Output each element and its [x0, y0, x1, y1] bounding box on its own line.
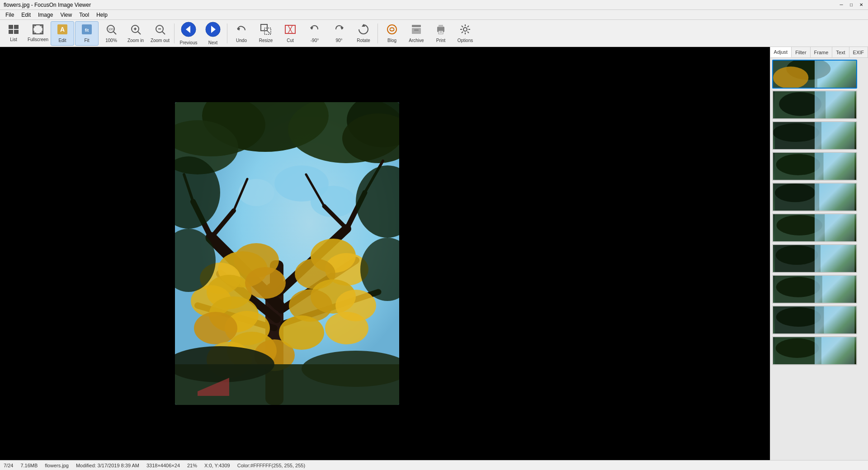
tab-text[interactable]: Text — [832, 47, 849, 57]
thumb-image-2 — [773, 91, 856, 118]
image-canvas — [174, 47, 400, 460]
tab-filter[interactable]: Filter — [792, 47, 810, 57]
thumbnail-2[interactable] — [772, 90, 857, 119]
tab-adjust[interactable]: Adjust — [770, 47, 792, 57]
svg-point-123 — [776, 154, 820, 175]
next-label: Next — [208, 40, 218, 45]
archive-icon — [410, 24, 422, 37]
thumb-image-9 — [773, 306, 856, 334]
svg-point-131 — [776, 215, 822, 235]
svg-point-44 — [463, 28, 467, 31]
svg-point-115 — [779, 92, 821, 116]
menu-file[interactable]: File — [2, 11, 18, 19]
thumbnail-5[interactable] — [772, 183, 857, 212]
svg-point-91 — [194, 312, 237, 344]
rotate-icon — [358, 24, 369, 37]
undo-button[interactable]: Undo — [230, 21, 253, 46]
edit-label: Edit — [58, 38, 66, 43]
rot-pos90-button[interactable]: 90° — [327, 21, 351, 46]
menu-tool[interactable]: Tool — [75, 11, 93, 19]
thumb-image-3 — [773, 122, 856, 149]
title-bar: flowers.jpg - FocusOn Image Viewer ─ □ ✕ — [0, 0, 868, 10]
archive-label: Archive — [409, 38, 424, 43]
svg-line-52 — [462, 32, 463, 33]
next-button[interactable]: Next — [201, 21, 225, 46]
tab-exif[interactable]: EXIF — [849, 47, 868, 57]
fullscreen-icon — [33, 24, 43, 36]
toolbar: List Fullscreen A Edit fit Fit 100 100% … — [0, 20, 868, 47]
archive-button[interactable]: Archive — [405, 21, 428, 46]
resize-button[interactable]: Resize — [254, 21, 278, 46]
status-position: 7/24 — [4, 463, 13, 468]
thumbnail-9[interactable] — [772, 306, 857, 334]
maximize-button[interactable]: □ — [848, 2, 854, 8]
rot-neg90-button[interactable]: -90° — [303, 21, 326, 46]
thumb-image-1 — [773, 61, 856, 88]
thumbnail-3[interactable] — [772, 121, 857, 150]
svg-point-147 — [775, 338, 819, 358]
svg-rect-114 — [826, 91, 854, 118]
status-modified: Modified: 3/17/2019 8:39 AM — [76, 463, 139, 468]
thumb-image-4 — [773, 153, 856, 180]
status-filename: flowers.jpg — [45, 463, 69, 468]
panel-tabs: Adjust Filter Frame Text EXIF — [770, 47, 868, 58]
svg-line-51 — [467, 26, 469, 27]
list-label: List — [10, 37, 17, 42]
svg-line-17 — [162, 32, 165, 34]
thumbnail-10[interactable] — [772, 336, 857, 365]
main-image — [175, 102, 399, 405]
rot-pos90-icon — [333, 24, 345, 37]
cut-label: Cut — [287, 38, 294, 43]
menu-help[interactable]: Help — [93, 11, 111, 19]
fullscreen-button[interactable]: Fullscreen — [26, 21, 50, 46]
menu-view[interactable]: View — [57, 11, 75, 19]
separator-2 — [227, 24, 227, 43]
svg-rect-0 — [9, 25, 13, 29]
svg-line-13 — [138, 32, 141, 34]
zoomout-button[interactable]: Zoom out — [148, 21, 172, 46]
thumbnail-7[interactable] — [772, 244, 857, 273]
rotate-button[interactable]: Rotate — [352, 21, 375, 46]
zoomin-label: Zoom in — [127, 38, 144, 43]
thumbnail-4[interactable] — [772, 152, 857, 181]
options-icon — [459, 24, 471, 37]
svg-line-50 — [467, 32, 469, 33]
rot-pos90-label: 90° — [335, 38, 342, 43]
thumbnail-6[interactable] — [772, 213, 857, 242]
undo-label: Undo — [236, 38, 247, 43]
blog-button[interactable]: Blog — [380, 21, 404, 46]
svg-rect-37 — [412, 28, 421, 34]
undo-icon — [236, 24, 247, 37]
rot-neg90-label: -90° — [311, 38, 319, 43]
thumbnail-1[interactable] — [772, 60, 857, 89]
zoom100-button[interactable]: 100 100% — [99, 21, 123, 46]
thumb-image-8 — [773, 276, 856, 303]
svg-point-61 — [238, 179, 274, 206]
next-icon — [205, 21, 221, 39]
print-button[interactable]: Print — [429, 21, 453, 46]
previous-label: Previous — [180, 40, 198, 45]
tree-photo — [175, 102, 399, 405]
zoomin-button[interactable]: Zoom in — [124, 21, 147, 46]
previous-button[interactable]: Previous — [177, 21, 200, 46]
tab-frame[interactable]: Frame — [811, 47, 833, 57]
minimize-button[interactable]: ─ — [838, 2, 844, 8]
thumb-image-10 — [773, 337, 856, 364]
options-button[interactable]: Options — [453, 21, 477, 46]
cut-button[interactable]: Cut — [278, 21, 302, 46]
edit-button[interactable]: A Edit — [51, 21, 74, 46]
fit-button[interactable]: fit Fit — [75, 21, 99, 46]
list-button[interactable]: List — [2, 21, 25, 46]
svg-point-139 — [776, 277, 820, 297]
menu-image[interactable]: Image — [34, 11, 57, 19]
thumbnail-8[interactable] — [772, 275, 857, 304]
close-button[interactable]: ✕ — [858, 2, 864, 8]
svg-rect-138 — [822, 276, 854, 303]
thumbnail-list — [770, 58, 868, 460]
list-icon — [8, 24, 19, 36]
thumb-image-6 — [773, 214, 856, 241]
svg-point-111 — [773, 66, 808, 88]
svg-text:fit: fit — [85, 28, 89, 33]
menu-edit[interactable]: Edit — [18, 11, 34, 19]
svg-point-33 — [387, 25, 396, 34]
